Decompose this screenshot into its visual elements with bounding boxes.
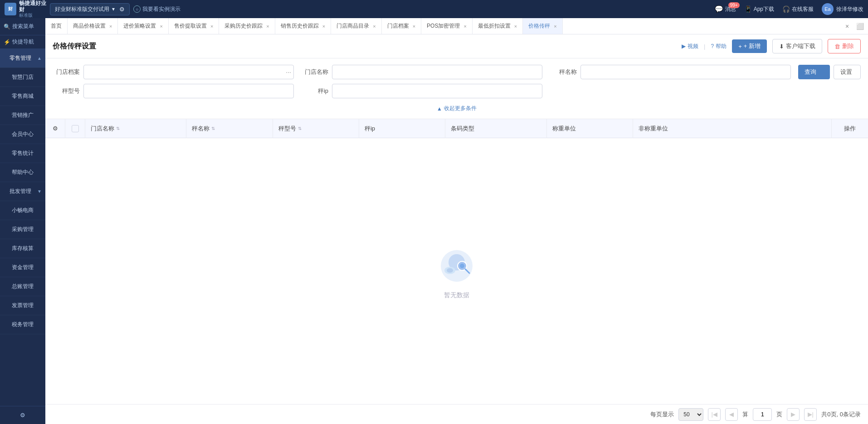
tab-store-catalog[interactable]: 门店商品目录 × <box>331 18 381 34</box>
app-download-btn[interactable]: 📱 App下载 <box>744 5 774 13</box>
delete-button[interactable]: 🗑 删除 <box>828 39 861 53</box>
search-icon: 🔍 <box>4 24 10 30</box>
scale-ip-input[interactable] <box>332 84 542 98</box>
app-download-label: App下载 <box>754 5 774 13</box>
message-icon: 💬 <box>715 5 723 13</box>
sidebar-item-tax[interactable]: 税务管理 <box>0 315 45 334</box>
table-gear-icon[interactable]: ⚙ <box>53 125 58 132</box>
chevron-down-icon: ▾ <box>112 6 115 12</box>
th-weight-unit: 称重单位 <box>547 119 633 138</box>
scale-model-input[interactable] <box>83 84 294 98</box>
svg-point-3 <box>460 264 464 268</box>
tab-sh-close[interactable]: × <box>322 24 325 29</box>
sidebar-item-retail-mall[interactable]: 零售商城 <box>0 87 45 106</box>
sidebar-item-retail-mgmt[interactable]: 零售管理 ▲ <box>0 49 45 68</box>
tab-purchase-history[interactable]: 采购历史价跟踪 × <box>219 18 275 34</box>
tab-purchase-strategy[interactable]: 进价策略设置 × <box>118 18 168 34</box>
sidebar-item-help[interactable]: 帮助中心 <box>0 163 45 182</box>
tab-min-discount[interactable]: 最低折扣设置 × <box>473 18 523 34</box>
messages-btn[interactable]: 💬 消息 99+ <box>715 5 736 13</box>
tab-sales-history[interactable]: 销售历史价跟踪 × <box>275 18 331 34</box>
empty-text: 暂无数据 <box>444 291 469 299</box>
restore-window-btn[interactable]: ⬜ <box>855 22 864 31</box>
sort-icon-model[interactable]: ⇅ <box>298 126 302 131</box>
sidebar-item-finance[interactable]: 资金管理 <box>0 258 45 277</box>
th-nonweight-label: 非称重单位 <box>639 125 668 133</box>
table-area: ⚙ 门店名称 ⇅ 秤名称 ⇅ 秤型号 ⇅ 秤ip <box>45 119 868 404</box>
tab-pos-close[interactable]: × <box>463 24 466 29</box>
sidebar-search[interactable]: 🔍 搜索菜单 <box>0 18 45 35</box>
video-link[interactable]: ▶ 视频 <box>682 43 698 50</box>
divider: | <box>704 43 705 50</box>
store-name-input[interactable] <box>332 65 542 79</box>
empty-illustration <box>434 243 479 284</box>
tab-ps-close[interactable]: × <box>554 24 556 29</box>
tab-price-close[interactable]: × <box>109 24 112 29</box>
tab-ph-close[interactable]: × <box>266 24 269 29</box>
download-button[interactable]: ⬇ 客户端下载 <box>772 39 822 53</box>
sidebar-item-inventory[interactable]: 库存核算 <box>0 239 45 258</box>
sidebar-item-smart-store[interactable]: 智慧门店 <box>0 68 45 87</box>
online-service-btn[interactable]: 🎧 在线客服 <box>782 5 814 13</box>
th-operations: 操作 <box>832 119 868 138</box>
sidebar-item-wholesale[interactable]: 批发管理 ▼ <box>0 182 45 201</box>
header-checkbox[interactable] <box>72 125 79 132</box>
sidebar-item-member[interactable]: 会员中心 <box>0 125 45 144</box>
tab-md-close[interactable]: × <box>514 24 517 29</box>
page-suffix: 页 <box>776 410 782 419</box>
sort-icon-name[interactable]: ⇅ <box>211 126 215 131</box>
online-service-label: 在线客服 <box>792 5 814 13</box>
per-page-select[interactable]: 50 10 20 100 <box>678 408 703 421</box>
tab-purchase-close[interactable]: × <box>160 24 162 29</box>
sidebar-item-retail-stats[interactable]: 零售统计 <box>0 144 45 163</box>
version-selector[interactable]: 好业财标准版交付试用 ▾ ⚙ <box>50 3 130 15</box>
sidebar-item-ecommerce[interactable]: 小畅电商 <box>0 201 45 220</box>
th-store-name: 门店名称 ⇅ <box>85 119 186 138</box>
demo-link[interactable]: ○ 我要看实例演示 <box>133 5 180 13</box>
th-gear[interactable]: ⚙ <box>45 119 65 138</box>
search-button[interactable]: 查询 <box>798 65 830 79</box>
tab-price-settings[interactable]: 商品价格设置 × <box>68 18 118 34</box>
add-icon: + <box>738 43 742 50</box>
user-menu-btn[interactable]: Ea 徐泽华修改 <box>822 3 863 15</box>
trash-icon: 🗑 <box>834 43 840 50</box>
settings-form-button[interactable]: 设置 <box>834 65 861 79</box>
version-selector-label: 好业财标准版交付试用 <box>55 5 109 13</box>
store-file-input[interactable] <box>83 65 294 79</box>
add-button[interactable]: + + 新增 <box>732 39 767 53</box>
search-row-1: 门店档案 ··· 门店名称 秤名称 查询 设置 <box>53 65 861 79</box>
th-op-label: 操作 <box>844 125 856 133</box>
close-window-btn[interactable]: × <box>843 22 852 31</box>
sort-icon-store[interactable]: ⇅ <box>116 126 120 131</box>
sidebar-settings-btn[interactable]: ⚙ <box>0 406 45 424</box>
sidebar-quick-nav[interactable]: ⚡ 快捷导航 <box>0 35 45 49</box>
th-weight-label: 称重单位 <box>552 125 576 133</box>
tab-sale-label: 售价提取设置 <box>174 22 207 30</box>
settings-icon[interactable]: ⚙ <box>119 6 125 13</box>
top-bar-right: 💬 消息 99+ 📱 App下载 🎧 在线客服 Ea 徐泽华修改 <box>715 3 863 15</box>
sidebar-item-invoice[interactable]: 发票管理 <box>0 296 45 315</box>
tab-sale-extract[interactable]: 售价提取设置 × <box>169 18 219 34</box>
tab-sale-close[interactable]: × <box>210 24 213 29</box>
help-link[interactable]: ? 帮助 <box>711 43 727 50</box>
scale-name-input[interactable] <box>580 65 791 79</box>
tab-store-file[interactable]: 门店档案 × <box>382 18 421 34</box>
tab-price-scale[interactable]: 价格传秤 × <box>523 18 562 34</box>
next-page-btn[interactable]: ▶ <box>787 408 800 421</box>
dots-icon[interactable]: ··· <box>286 68 291 76</box>
first-page-btn[interactable]: |◀ <box>708 408 721 421</box>
tab-sc-close[interactable]: × <box>373 24 375 29</box>
search-row-2: 秤型号 秤ip <box>53 84 861 98</box>
sidebar-item-ledger[interactable]: 总账管理 <box>0 277 45 296</box>
store-name-label: 门店名称 <box>301 68 328 76</box>
prev-page-btn[interactable]: ◀ <box>725 408 738 421</box>
tab-sf-close[interactable]: × <box>413 24 415 29</box>
last-page-btn[interactable]: ▶| <box>804 408 817 421</box>
page-number-input[interactable] <box>753 408 772 421</box>
sidebar-item-purchase[interactable]: 采购管理 <box>0 220 45 239</box>
sidebar-item-marketing[interactable]: 营销推广 <box>0 106 45 125</box>
tab-pos[interactable]: POS加密管理 × <box>421 18 473 34</box>
page-header: 价格传秤设置 ▶ 视频 | ? 帮助 + + 新增 ⬇ 客户端下载 <box>45 34 868 58</box>
tab-home[interactable]: 首页 <box>45 18 68 34</box>
collapse-btn[interactable]: ▲ 收起更多条件 <box>53 103 861 114</box>
